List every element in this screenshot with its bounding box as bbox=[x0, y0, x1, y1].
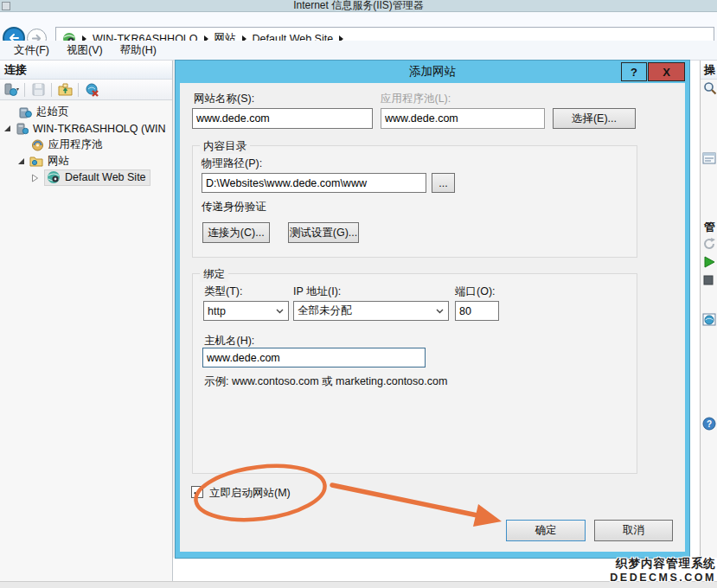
folder-up-icon bbox=[58, 83, 73, 96]
delete-connection-icon bbox=[85, 83, 99, 97]
expander-expanded-icon bbox=[17, 157, 25, 165]
checkmark-icon bbox=[193, 488, 202, 497]
window-title: Internet 信息服务(IIS)管理器 bbox=[293, 0, 424, 11]
tree-item-selection: Default Web Site bbox=[44, 169, 150, 186]
start-website-checkbox[interactable] bbox=[191, 486, 203, 498]
expander-expanded-icon bbox=[3, 125, 11, 132]
watermark: 织梦内容管理系统 DEDECMS.COM bbox=[610, 556, 716, 584]
physical-path-label: 物理路径(P): bbox=[202, 157, 262, 171]
watermark-line2: DEDECMS.COM bbox=[610, 572, 716, 584]
connect-as-button[interactable]: 连接为(C)... bbox=[202, 222, 270, 243]
type-label: 类型(T): bbox=[204, 284, 242, 299]
type-dropdown[interactable]: http bbox=[203, 301, 289, 321]
binding-group: 绑定 类型(T): http IP 地址(I): 全部未分配 端口(O): bbox=[192, 273, 637, 474]
app-window-icon bbox=[2, 2, 10, 10]
ip-address-dropdown[interactable]: 全部未分配 bbox=[293, 301, 449, 321]
port-input[interactable] bbox=[455, 301, 499, 321]
stop-icon[interactable] bbox=[703, 273, 714, 289]
content-directory-group: 内容目录 物理路径(P): ... 传递身份验证 连接为(C)... 测试设置(… bbox=[192, 145, 637, 258]
select-app-pool-button[interactable]: 选择(E)... bbox=[553, 108, 636, 129]
toolbar-separator bbox=[51, 83, 52, 97]
expander-collapsed-icon bbox=[31, 174, 39, 182]
address-bar: WIN-TKR6ASHHOLQ 网站 Default Web Site bbox=[0, 12, 717, 41]
connections-toolbar bbox=[0, 80, 172, 100]
app-pools-icon bbox=[31, 139, 44, 151]
menu-bar: 文件(F) 视图(V) 帮助(H) bbox=[0, 41, 717, 61]
tree-item-start-page[interactable]: 起始页 bbox=[19, 104, 69, 120]
tree-item-label: 网站 bbox=[48, 154, 69, 169]
actions-header: 操 bbox=[701, 61, 717, 80]
tree-item-app-pools[interactable]: 应用程序池 bbox=[31, 137, 103, 153]
actions-panel: 操 管 bbox=[701, 61, 717, 581]
tree-item-label: 应用程序池 bbox=[48, 137, 103, 152]
port-label: 端口(O): bbox=[455, 284, 496, 299]
start-icon[interactable] bbox=[704, 256, 715, 272]
type-value: http bbox=[208, 305, 226, 317]
help-icon[interactable]: ? bbox=[702, 417, 716, 434]
toolbar-separator bbox=[78, 83, 79, 97]
server-connect-icon bbox=[3, 83, 19, 97]
content-directory-group-label: 内容目录 bbox=[200, 139, 250, 154]
tree-item-server[interactable]: WIN-TKR6ASHHOLQ (WIN bbox=[3, 120, 165, 137]
save-connections-button[interactable] bbox=[29, 81, 47, 99]
create-connection-button[interactable] bbox=[3, 81, 20, 99]
app-pool-input[interactable] bbox=[381, 108, 545, 129]
window-titlebar: Internet 信息服务(IIS)管理器 bbox=[0, 0, 717, 12]
toolbar-separator bbox=[24, 83, 25, 97]
site-name-label: 网站名称(S): bbox=[194, 92, 254, 106]
iis-manager-window: Internet 信息服务(IIS)管理器 WIN-TKR6ASHHOLQ 网站 bbox=[0, 0, 717, 588]
watermark-line1: 织梦内容管理系统 bbox=[610, 556, 716, 572]
add-website-dialog: 添加网站 ? X 网站名称(S): 应用程序池(L): 选择(E)... 内容目… bbox=[176, 61, 689, 558]
site-globe-icon bbox=[47, 170, 61, 184]
menu-help[interactable]: 帮助(H) bbox=[112, 41, 165, 61]
delete-connection-button[interactable] bbox=[83, 81, 100, 99]
dialog-body: 网站名称(S): 应用程序池(L): 选择(E)... 内容目录 物理路径(P)… bbox=[180, 83, 685, 552]
start-website-label: 立即启动网站(M) bbox=[209, 486, 291, 501]
start-page-icon bbox=[19, 106, 32, 118]
browse-website-icon[interactable] bbox=[702, 313, 716, 329]
site-name-input[interactable] bbox=[192, 108, 373, 129]
host-example-text: 示例: www.contoso.com 或 marketing.contoso.… bbox=[204, 374, 447, 389]
up-folder-button[interactable] bbox=[56, 81, 74, 99]
manage-website-header: 管 bbox=[704, 220, 715, 235]
passthrough-auth-label: 传递身份验证 bbox=[202, 200, 266, 214]
ip-address-label: IP 地址(I): bbox=[293, 284, 341, 299]
chevron-down-icon bbox=[436, 309, 444, 314]
app-pool-label: 应用程序池(L): bbox=[381, 92, 451, 106]
dialog-title: 添加网站 bbox=[176, 61, 689, 83]
chevron-down-icon bbox=[276, 309, 284, 314]
menu-file[interactable]: 文件(F) bbox=[5, 41, 58, 61]
connections-header: 连接 bbox=[0, 61, 172, 80]
host-name-label: 主机名(H): bbox=[204, 334, 254, 348]
connections-panel: 连接 bbox=[0, 61, 173, 581]
dialog-close-button[interactable]: X bbox=[648, 62, 685, 81]
host-name-input[interactable] bbox=[202, 348, 426, 368]
save-floppy-icon bbox=[32, 83, 45, 96]
tree-item-label: WIN-TKR6ASHHOLQ (WIN bbox=[33, 123, 165, 135]
tree-item-default-web-site[interactable]: Default Web Site bbox=[31, 169, 150, 186]
cancel-button[interactable]: 取消 bbox=[594, 520, 673, 541]
dialog-help-button[interactable]: ? bbox=[621, 62, 647, 81]
explore-search-icon[interactable] bbox=[703, 81, 717, 99]
tree-item-sites[interactable]: 网站 bbox=[17, 153, 69, 169]
edit-site-properties-icon[interactable] bbox=[702, 152, 716, 168]
binding-group-label: 绑定 bbox=[200, 267, 228, 282]
restart-icon[interactable] bbox=[702, 237, 716, 254]
tree-item-label: Default Web Site bbox=[65, 171, 146, 183]
test-settings-button[interactable]: 测试设置(G)... bbox=[288, 222, 359, 243]
menu-view[interactable]: 视图(V) bbox=[58, 41, 112, 61]
sites-folder-icon bbox=[29, 156, 43, 167]
server-icon bbox=[16, 123, 29, 135]
ok-button[interactable]: 确定 bbox=[506, 520, 586, 541]
svg-text:?: ? bbox=[707, 419, 712, 429]
tree-item-label: 起始页 bbox=[36, 105, 69, 119]
content-scroll-strip bbox=[689, 61, 701, 581]
ip-address-value: 全部未分配 bbox=[298, 304, 352, 318]
physical-path-input[interactable] bbox=[202, 173, 426, 193]
browse-path-button[interactable]: ... bbox=[432, 173, 455, 193]
